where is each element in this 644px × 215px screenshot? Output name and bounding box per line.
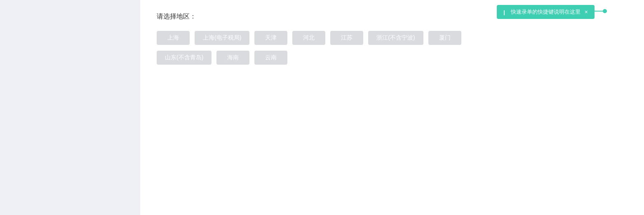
region-btn-yunnan[interactable]: 云南 bbox=[254, 51, 287, 65]
tooltip-banner: 快速录单的快捷键说明在这里 × bbox=[497, 5, 595, 19]
region-btn-xiamen[interactable]: 厦门 bbox=[428, 31, 461, 45]
tooltip-close-button[interactable]: × bbox=[585, 9, 588, 15]
tooltip-text: 快速录单的快捷键说明在这里 bbox=[511, 8, 581, 16]
region-btn-zhejiang[interactable]: 浙江(不含宁波) bbox=[368, 31, 423, 45]
region-btn-tianjin[interactable]: 天津 bbox=[254, 31, 287, 45]
region-row-0: 上海上海(电子税局)天津河北江苏浙江(不含宁波)厦门 bbox=[157, 31, 628, 45]
main-content: 请选择地区： 上海上海(电子税局)天津河北江苏浙江(不含宁波)厦门山东(不含青岛… bbox=[140, 0, 644, 215]
region-btn-hainan[interactable]: 海南 bbox=[216, 51, 249, 65]
region-btn-jiangsu[interactable]: 江苏 bbox=[330, 31, 363, 45]
region-btn-shandong[interactable]: 山东(不含青岛) bbox=[157, 51, 212, 65]
region-btn-hebei[interactable]: 河北 bbox=[292, 31, 325, 45]
region-btn-shanghai-etax[interactable]: 上海(电子税局) bbox=[195, 31, 249, 45]
tooltip-dot bbox=[603, 9, 607, 13]
region-row-1: 山东(不含青岛)海南云南 bbox=[157, 51, 628, 65]
region-buttons-container: 上海上海(电子税局)天津河北江苏浙江(不含宁波)厦门山东(不含青岛)海南云南 bbox=[157, 31, 628, 65]
region-btn-shanghai[interactable]: 上海 bbox=[157, 31, 190, 45]
sidebar bbox=[0, 0, 140, 215]
